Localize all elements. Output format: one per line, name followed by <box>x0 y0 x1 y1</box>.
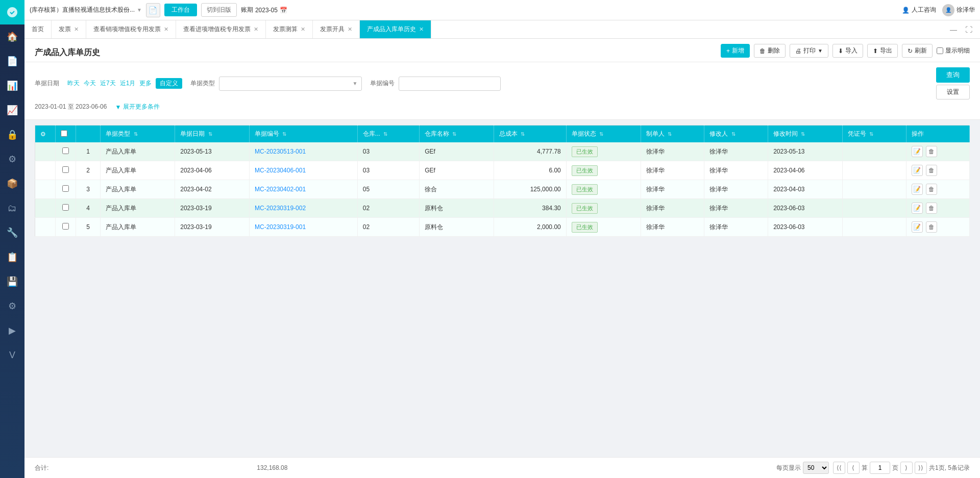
row-edit-btn-0[interactable]: 📝 <box>912 146 923 157</box>
row-edit-btn-1[interactable]: 📝 <box>912 165 923 176</box>
tab-invoice-calc-close[interactable]: ✕ <box>301 27 305 32</box>
month-btn[interactable]: 近1月 <box>120 79 136 88</box>
row-settings-3[interactable] <box>35 199 56 218</box>
sidebar-item-analytics[interactable]: 📈 <box>0 98 24 122</box>
sidebar-item-play[interactable]: ▶ <box>0 318 24 343</box>
doc-num-input[interactable] <box>399 77 501 91</box>
tab-product-history-close[interactable]: ✕ <box>419 27 424 32</box>
checkbox-col-header[interactable] <box>56 125 76 143</box>
row-settings-2[interactable] <box>35 180 56 199</box>
tab-home[interactable]: 首页 <box>24 20 52 38</box>
doc-type-col-header[interactable]: 单据类型 ⇅ <box>101 125 175 143</box>
show-detail-input[interactable] <box>937 47 943 54</box>
tab-maximize-button[interactable]: ⛶ <box>963 23 975 36</box>
tab-sales-invoice[interactable]: 查看销项增值税专用发票 ✕ <box>86 20 176 38</box>
company-dropdown-icon[interactable]: ▼ <box>137 7 142 13</box>
tab-purchase-invoice-close[interactable]: ✕ <box>254 27 258 32</box>
row-edit-btn-4[interactable]: 📝 <box>912 221 923 233</box>
yesterday-btn[interactable]: 昨天 <box>67 79 80 88</box>
modify-time-col-header[interactable]: 修改时间 ⇅ <box>768 125 843 143</box>
row-checkbox-1[interactable] <box>56 161 76 180</box>
row-checkbox-4[interactable] <box>56 218 76 237</box>
select-all-checkbox[interactable] <box>61 130 67 137</box>
tab-invoice[interactable]: 发票 ✕ <box>52 20 86 38</box>
row-doc-num-4[interactable]: MC-20230319-001 <box>250 218 358 237</box>
set-button[interactable]: 设置 <box>936 85 970 99</box>
sidebar-item-tool[interactable]: 🔧 <box>0 220 24 245</box>
tab-purchase-invoice[interactable]: 查看进项增值税专用发票 ✕ <box>176 20 266 38</box>
first-page-button[interactable]: ⟨⟨ <box>833 462 845 474</box>
sidebar-item-list[interactable]: 📋 <box>0 245 24 269</box>
user-profile[interactable]: 👤 徐泽华 <box>942 4 975 16</box>
tab-invoice-issue[interactable]: 发票开具 ✕ <box>313 20 360 38</box>
tab-product-history[interactable]: 产成品入库单历史 ✕ <box>360 20 431 38</box>
expand-btn[interactable]: ▼ 展开更多条件 <box>115 103 160 111</box>
row-settings-4[interactable] <box>35 218 56 237</box>
sidebar-item-folder[interactable]: 🗂 <box>0 196 24 220</box>
page-input[interactable] <box>870 462 890 474</box>
more-btn[interactable]: 更多 <box>139 79 152 88</box>
switch-version-button[interactable]: 切到旧版 <box>201 3 237 17</box>
row-checkbox-input-0[interactable] <box>62 147 69 154</box>
row-delete-btn-3[interactable]: 🗑 <box>926 203 937 214</box>
delete-button[interactable]: 🗑 删除 <box>754 44 786 58</box>
query-button[interactable]: 查询 <box>936 67 970 83</box>
row-delete-btn-2[interactable]: 🗑 <box>926 184 937 195</box>
warehouse-name-col-header[interactable]: 仓库名称 ⇅ <box>420 125 494 143</box>
next-page-button[interactable]: ⟩ <box>900 462 913 474</box>
tab-invoice-close[interactable]: ✕ <box>74 27 79 32</box>
week-btn[interactable]: 近7天 <box>100 79 116 88</box>
sidebar-item-save[interactable]: 💾 <box>0 269 24 294</box>
refresh-button[interactable]: ↻ 刷新 <box>902 44 933 58</box>
row-delete-btn-1[interactable]: 🗑 <box>926 165 937 176</box>
row-settings-1[interactable] <box>35 161 56 180</box>
sidebar-item-home[interactable]: 🏠 <box>0 24 24 49</box>
per-page-dropdown[interactable]: 50 100 200 <box>803 462 829 474</box>
doc-date-col-header[interactable]: 单据日期 ⇅ <box>175 125 250 143</box>
row-doc-num-3[interactable]: MC-20230319-002 <box>250 199 358 218</box>
work-station-button[interactable]: 工作台 <box>164 4 197 16</box>
help-button[interactable]: 👤 人工咨询 <box>902 6 936 14</box>
sidebar-item-config[interactable]: ⚙ <box>0 294 24 318</box>
import-button[interactable]: ⬇ 导入 <box>832 44 863 58</box>
sidebar-item-lock[interactable]: 🔒 <box>0 122 24 147</box>
print-button[interactable]: 🖨 打印 ▼ <box>790 44 828 58</box>
doc-status-col-header[interactable]: 单据状态 ⇅ <box>566 125 641 143</box>
add-button[interactable]: + 新增 <box>721 44 750 58</box>
sidebar-item-settings[interactable]: ⚙ <box>0 147 24 171</box>
row-checkbox-0[interactable] <box>56 142 76 161</box>
tab-minimize-button[interactable]: — <box>947 23 960 36</box>
creator-col-header[interactable]: 制单人 ⇅ <box>641 125 704 143</box>
sidebar-item-chart[interactable]: 📊 <box>0 73 24 98</box>
row-edit-btn-2[interactable]: 📝 <box>912 184 923 195</box>
prev-page-button[interactable]: ⟨ <box>847 462 860 474</box>
row-settings-0[interactable] <box>35 142 56 161</box>
voucher-col-header[interactable]: 凭证号 ⇅ <box>842 125 906 143</box>
company-name[interactable]: (库存核算）直播轻视通信息技术股份... ▼ <box>30 6 142 14</box>
row-edit-btn-3[interactable]: 📝 <box>912 203 923 214</box>
row-delete-btn-4[interactable]: 🗑 <box>926 221 937 233</box>
sidebar-item-v[interactable]: V <box>0 343 24 367</box>
doc-num-col-header[interactable]: 单据编号 ⇅ <box>250 125 358 143</box>
doc-type-select[interactable]: ▼ <box>219 77 362 91</box>
today-btn[interactable]: 今天 <box>84 79 96 88</box>
settings-col-header[interactable]: ⚙ <box>35 125 56 143</box>
row-checkbox-input-3[interactable] <box>62 204 69 211</box>
row-checkbox-input-2[interactable] <box>62 185 69 192</box>
row-checkbox-2[interactable] <box>56 180 76 199</box>
last-page-button[interactable]: ⟩⟩ <box>915 462 927 474</box>
tab-sales-invoice-close[interactable]: ✕ <box>164 27 168 32</box>
sidebar-item-document[interactable]: 📄 <box>0 49 24 73</box>
modifier-col-header[interactable]: 修改人 ⇅ <box>704 125 768 143</box>
doc-icon-btn[interactable]: 📄 <box>146 3 160 17</box>
row-doc-num-2[interactable]: MC-20230402-001 <box>250 180 358 199</box>
row-delete-btn-0[interactable]: 🗑 <box>926 146 937 157</box>
export-button[interactable]: ⬆ 导出 <box>867 44 898 58</box>
row-doc-num-1[interactable]: MC-20230406-001 <box>250 161 358 180</box>
tab-invoice-issue-close[interactable]: ✕ <box>348 27 352 32</box>
warehouse-col-header[interactable]: 仓库... ⇅ <box>357 125 419 143</box>
custom-btn[interactable]: 自定义 <box>156 78 182 89</box>
sidebar-item-inventory[interactable]: 📦 <box>0 171 24 196</box>
row-doc-num-0[interactable]: MC-20230513-001 <box>250 142 358 161</box>
tab-invoice-calc[interactable]: 发票测算 ✕ <box>266 20 313 38</box>
